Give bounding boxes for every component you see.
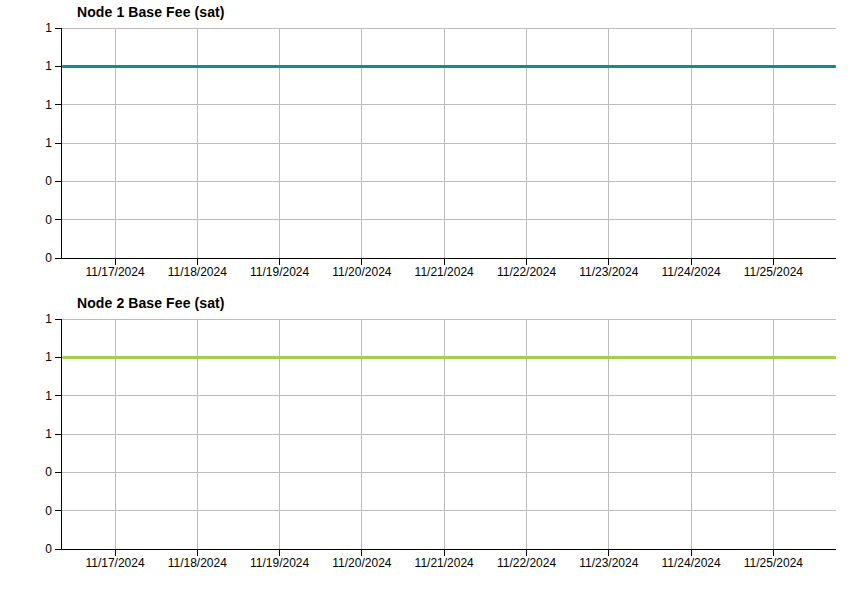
x-axis-tick-label: 11/18/2024 [168,266,227,279]
gridline-vertical [444,28,445,258]
gridline-horizontal [62,472,836,473]
x-axis-tick [361,258,362,265]
gridline-vertical [773,319,774,549]
x-axis-tick [691,549,692,556]
gridline-vertical [526,319,527,549]
y-axis-tick-label: 0 [28,214,52,226]
y-axis-tick [55,66,62,67]
x-axis-tick [197,258,198,265]
x-axis-tick [608,549,609,556]
y-axis-tick-label: 0 [28,252,52,264]
x-axis-tick-label: 11/24/2024 [662,557,721,570]
x-axis-tick [526,258,527,265]
gridline-vertical [691,319,692,549]
y-axis-tick [55,104,62,105]
x-axis-tick [115,258,116,265]
x-axis-tick [279,549,280,556]
gridline-horizontal [62,104,836,105]
y-axis-tick-label: 0 [28,175,52,187]
x-axis-tick [279,258,280,265]
y-axis-tick [55,549,62,550]
y-axis-tick [55,258,62,259]
series-line-node-1 [62,65,836,68]
x-axis-tick [444,549,445,556]
y-axis-tick [55,510,62,511]
y-axis-tick-label: 1 [28,99,52,111]
x-axis-tick [773,258,774,265]
y-axis-tick-label: 1 [28,313,52,325]
x-axis-tick-label: 11/19/2024 [250,266,309,279]
y-axis-tick [55,472,62,473]
y-axis-tick [55,395,62,396]
y-axis-tick [55,143,62,144]
x-axis-tick-label: 11/20/2024 [332,266,391,279]
x-axis-tick-label: 11/20/2024 [332,557,391,570]
x-axis-tick [197,549,198,556]
x-axis-tick-label: 11/22/2024 [497,557,556,570]
x-axis-tick-label: 11/23/2024 [579,557,638,570]
x-axis-tick-label: 11/24/2024 [662,266,721,279]
x-axis-tick-label: 11/17/2024 [85,557,144,570]
gridline-vertical [361,28,362,258]
y-axis-tick [55,181,62,182]
gridline-vertical [444,319,445,549]
plot-area-node-1: 111100011/17/202411/18/202411/19/202411/… [61,28,836,259]
gridline-horizontal [62,219,836,220]
chart-title-node-2: Node 2 Base Fee (sat) [77,295,225,311]
x-axis-tick-label: 11/18/2024 [168,557,227,570]
x-axis-tick-label: 11/17/2024 [85,266,144,279]
y-axis-tick-label: 1 [28,60,52,72]
y-axis-tick-label: 0 [28,466,52,478]
gridline-vertical [197,28,198,258]
y-axis-tick [55,357,62,358]
charts-page: Node 1 Base Fee (sat) 111100011/17/20241… [0,0,860,600]
x-axis-tick-label: 11/22/2024 [497,266,556,279]
x-axis-tick [691,258,692,265]
gridline-horizontal [62,181,836,182]
x-axis-tick [444,258,445,265]
gridline-vertical [279,28,280,258]
gridline-horizontal [62,434,836,435]
gridline-horizontal [62,319,836,320]
gridline-horizontal [62,510,836,511]
x-axis-tick [773,549,774,556]
gridline-vertical [115,28,116,258]
plot-area-node-2: 111100011/17/202411/18/202411/19/202411/… [61,319,836,550]
x-axis-tick [361,549,362,556]
gridline-horizontal [62,395,836,396]
gridline-vertical [608,28,609,258]
gridline-vertical [115,319,116,549]
x-axis-tick-label: 11/25/2024 [744,266,803,279]
gridline-vertical [691,28,692,258]
y-axis-tick-label: 1 [28,390,52,402]
y-axis-tick-label: 0 [28,505,52,517]
y-axis-tick [55,434,62,435]
gridline-vertical [608,319,609,549]
gridline-horizontal [62,143,836,144]
x-axis-tick-label: 11/21/2024 [415,557,474,570]
y-axis-tick [55,28,62,29]
x-axis-tick [526,549,527,556]
chart-title-node-1: Node 1 Base Fee (sat) [77,4,225,20]
node-1-base-fee-chart: Node 1 Base Fee (sat) 111100011/17/20241… [0,0,860,290]
x-axis-tick-label: 11/25/2024 [744,557,803,570]
gridline-vertical [197,319,198,549]
x-axis-tick-label: 11/23/2024 [579,266,638,279]
y-axis-tick [55,219,62,220]
x-axis-tick [608,258,609,265]
y-axis-tick [55,319,62,320]
node-2-base-fee-chart: Node 2 Base Fee (sat) 111100011/17/20241… [0,291,860,581]
series-line-node-2 [62,356,836,359]
gridline-vertical [279,319,280,549]
y-axis-tick-label: 1 [28,137,52,149]
y-axis-tick-label: 0 [28,543,52,555]
y-axis-tick-label: 1 [28,22,52,34]
gridline-horizontal [62,28,836,29]
gridline-vertical [773,28,774,258]
gridline-vertical [526,28,527,258]
x-axis-tick [115,549,116,556]
gridline-vertical [361,319,362,549]
y-axis-tick-label: 1 [28,351,52,363]
x-axis-tick-label: 11/21/2024 [415,266,474,279]
y-axis-tick-label: 1 [28,428,52,440]
